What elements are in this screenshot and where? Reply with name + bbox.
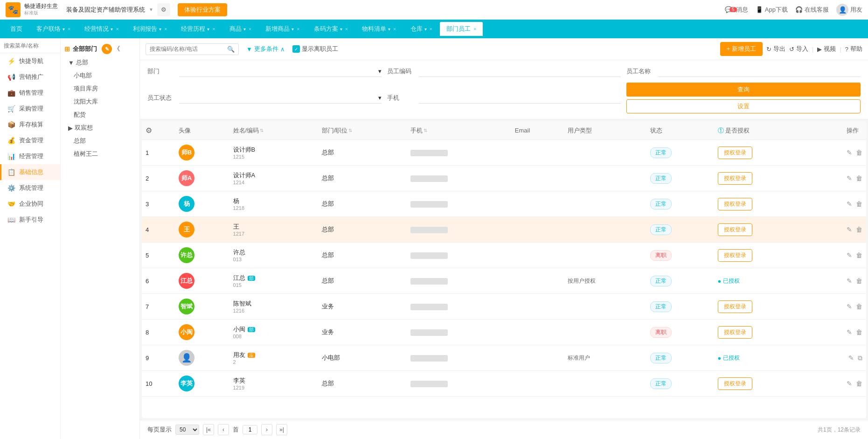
export-button[interactable]: ↻ 导出 [766, 45, 785, 53]
tab-ops-close[interactable]: × [116, 26, 118, 32]
edit-btn-5[interactable]: ✎ [847, 251, 852, 259]
next-page-button[interactable]: › [261, 424, 272, 435]
delete-btn-2[interactable]: 🗑 [856, 174, 862, 182]
app-download-button[interactable]: 📱 App下载 [756, 6, 788, 14]
help-button[interactable]: ? 帮助 [845, 45, 862, 53]
tab-department[interactable]: 部门员工 × [440, 22, 483, 36]
tab-warehouse-close[interactable]: × [430, 26, 432, 32]
sidebar-item-quick-nav[interactable]: ⚡ 快捷导航 [0, 53, 60, 69]
auth-btn-4[interactable]: 授权登录 [718, 223, 752, 236]
dept-node-shenyang[interactable]: 沈阳大库 [61, 95, 139, 108]
user-menu[interactable]: 👤 用友 [836, 4, 862, 16]
sidebar-item-marketing[interactable]: 📢 营销推广 [0, 69, 60, 85]
tab-barcode[interactable]: 条码方案 ▾ × [307, 22, 354, 36]
tab-bom[interactable]: 物料清单 ▾ × [355, 22, 403, 36]
filter-empcode-input[interactable] [419, 66, 621, 77]
delete-btn-8[interactable]: 🗑 [856, 328, 862, 336]
col-phone[interactable]: 手机 ⇅ [407, 121, 511, 140]
video-button[interactable]: ▶ 视频 [817, 45, 836, 53]
edit-btn-6[interactable]: ✎ [847, 277, 852, 285]
tab-bom-close[interactable]: × [393, 26, 396, 32]
auth-btn-5[interactable]: 授权登录 [718, 249, 752, 262]
col-dept[interactable]: 部门/职位 ⇅ [318, 121, 407, 140]
dept-edit-icon-btn[interactable]: ✎ [102, 44, 112, 54]
sidebar-item-sales[interactable]: 💼 销售管理 [0, 85, 60, 101]
set-button[interactable]: 设置 [626, 99, 861, 113]
sidebar-search-input[interactable] [4, 42, 61, 49]
delete-btn-7[interactable]: 🗑 [856, 303, 862, 310]
page-size-select[interactable]: 50 100 200 [175, 425, 199, 435]
sidebar-item-basic-info[interactable]: 📋 基础信息 [0, 164, 60, 180]
col-settings[interactable]: ⚙ [142, 121, 175, 140]
tab-customer-close[interactable]: × [68, 26, 70, 32]
dept-node-shuangchen[interactable]: ▶ 双宸想 [61, 121, 139, 134]
sidebar-item-guide[interactable]: 📖 新手引导 [0, 212, 60, 228]
more-filter-button[interactable]: ▼ 更多条件 ∧ [243, 43, 289, 55]
tab-barcode-close[interactable]: × [345, 26, 348, 32]
copy-btn-9[interactable]: ⧉ [858, 354, 862, 362]
message-button[interactable]: 💬 5 消息 [725, 6, 748, 14]
auth-btn-1[interactable]: 授权登录 [718, 146, 752, 159]
auth-btn-10[interactable]: 授权登录 [718, 377, 752, 390]
last-page-button[interactable]: »| [276, 424, 287, 435]
edit-btn-4[interactable]: ✎ [847, 226, 852, 233]
tab-profit-close[interactable]: × [164, 26, 167, 32]
auth-btn-2[interactable]: 授权登录 [718, 172, 752, 185]
filter-dept-select[interactable]: ▾ [179, 66, 382, 77]
tab-goods-close[interactable]: × [249, 26, 251, 32]
delete-btn-3[interactable]: 🗑 [856, 200, 862, 208]
col-name-code[interactable]: 姓名/编码 ⇅ [229, 121, 318, 140]
tab-history-close[interactable]: × [212, 26, 215, 32]
settings-gear-button[interactable]: ⚙ [157, 3, 170, 16]
auth-btn-7[interactable]: 授权登录 [718, 300, 752, 313]
delete-btn-5[interactable]: 🗑 [856, 251, 862, 259]
trial-button[interactable]: 体验行业方案 [178, 3, 227, 16]
query-button[interactable]: 查询 [626, 83, 861, 97]
dept-node-zongbu-parent[interactable]: ▼ 总部 [61, 56, 139, 69]
tab-add-goods-close[interactable]: × [297, 26, 299, 32]
delete-btn-1[interactable]: 🗑 [856, 149, 862, 156]
online-service-button[interactable]: 🎧 在线客服 [795, 6, 829, 14]
dept-node-zongbu2[interactable]: 总部 [61, 134, 139, 147]
page-input[interactable] [243, 425, 257, 434]
tab-department-close[interactable]: × [473, 26, 476, 32]
dept-node-xiaodianbu[interactable]: 小电部 [61, 69, 139, 82]
tab-history[interactable]: 经营历程 ▾ × [174, 22, 222, 36]
delete-btn-4[interactable]: 🗑 [856, 226, 862, 233]
filter-empname-input[interactable] [658, 66, 861, 77]
add-employee-button[interactable]: + 新增员工 [720, 42, 763, 56]
tab-goods[interactable]: 商品 ▾ × [223, 22, 258, 36]
auth-btn-3[interactable]: 授权登录 [718, 198, 752, 210]
sidebar-item-inventory[interactable]: 📦 库存核算 [0, 117, 60, 132]
tab-operations[interactable]: 经营情况 ▾ × [78, 22, 125, 36]
sidebar-item-finance[interactable]: 💰 资金管理 [0, 132, 60, 148]
dept-node-xiangmu[interactable]: 项目库房 [61, 82, 139, 95]
dept-collapse-icon[interactable]: 《 [114, 45, 120, 53]
tab-warehouse[interactable]: 仓库 ▾ × [404, 22, 439, 36]
edit-btn-3[interactable]: ✎ [847, 200, 852, 208]
sidebar-item-operations[interactable]: 📊 经营管理 [0, 148, 60, 164]
delete-btn-10[interactable]: 🗑 [856, 380, 862, 387]
edit-btn-7[interactable]: ✎ [847, 303, 852, 310]
tab-add-goods[interactable]: 新增商品 ▾ × [259, 22, 306, 36]
edit-btn-10[interactable]: ✎ [847, 380, 852, 387]
dept-node-puwang[interactable]: 植树王二 [61, 147, 139, 160]
sidebar-item-collab[interactable]: 🤝 企业协同 [0, 196, 60, 212]
filter-status-select[interactable]: ▾ [179, 92, 382, 104]
edit-btn-1[interactable]: ✎ [847, 149, 852, 156]
sidebar-item-system[interactable]: ⚙️ 系统管理 [0, 180, 60, 196]
tab-home[interactable]: 首页 [4, 22, 29, 36]
tab-customer[interactable]: 客户联络 ▾ × [30, 22, 77, 36]
edit-btn-8[interactable]: ✎ [847, 328, 852, 336]
prev-page-button[interactable]: ‹ [218, 424, 229, 435]
tab-profit[interactable]: 利润报告 ▾ × [126, 22, 174, 36]
edit-btn-9[interactable]: ✎ [848, 354, 854, 362]
system-title-dropdown-icon[interactable]: ▼ [149, 7, 153, 12]
edit-btn-2[interactable]: ✎ [847, 174, 852, 182]
dept-node-peihuo[interactable]: 配货 [61, 108, 139, 121]
import-button[interactable]: ↺ 导入 [789, 45, 808, 53]
show-resigned-checkbox[interactable]: ✓ 显示离职员工 [292, 45, 338, 53]
first-page-button[interactable]: |« [203, 424, 214, 435]
delete-btn-6[interactable]: 🗑 [856, 277, 862, 285]
auth-btn-8[interactable]: 授权登录 [718, 326, 752, 339]
